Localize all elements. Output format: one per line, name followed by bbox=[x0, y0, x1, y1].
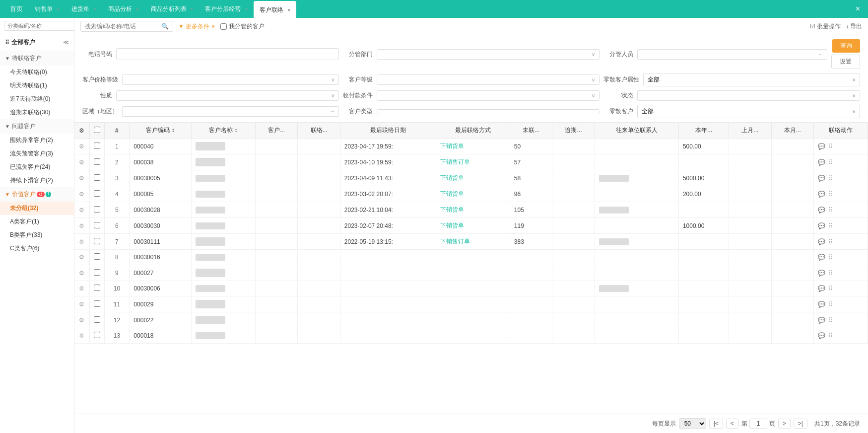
comment-icon[interactable]: 💬 bbox=[818, 222, 825, 229]
grid-action-icon[interactable]: ⠿ bbox=[828, 301, 833, 308]
row-checkbox-cell[interactable] bbox=[89, 202, 104, 218]
sidebar-section-value[interactable]: ▼ 价值客户 ↺ ! bbox=[0, 187, 74, 202]
row-checkbox[interactable] bbox=[94, 238, 100, 244]
more-icon[interactable]: ··· bbox=[331, 109, 334, 114]
row-settings[interactable]: ⚙ bbox=[74, 296, 89, 312]
sidebar-section-pending[interactable]: ▼ 待联络客户 bbox=[0, 51, 74, 66]
sidebar-search-input[interactable] bbox=[4, 21, 74, 31]
contact-method-link[interactable]: 下销售订单 bbox=[440, 238, 470, 245]
more-conditions-button[interactable]: ▼ 更多条件 ∧ bbox=[178, 22, 215, 31]
contact-method-link[interactable]: 下销货单 bbox=[440, 190, 464, 197]
row-checkbox[interactable] bbox=[94, 222, 100, 228]
grid-action-icon[interactable]: ⠿ bbox=[828, 159, 833, 166]
row-checkbox-cell[interactable] bbox=[89, 328, 104, 344]
row-checkbox-cell[interactable] bbox=[89, 170, 104, 186]
grid-action-icon[interactable]: ⠿ bbox=[828, 222, 833, 229]
first-page-button[interactable]: |< bbox=[709, 419, 723, 429]
sidebar-item-hoarding-abnormal[interactable]: 囤购异常客户(2) bbox=[0, 134, 74, 147]
chevron-left-icon[interactable]: ≪ bbox=[63, 39, 69, 46]
row-checkbox-cell[interactable] bbox=[89, 312, 104, 328]
dept-select[interactable]: ∨ bbox=[377, 49, 600, 60]
nav-tab-customer-contact[interactable]: 客户联络 × bbox=[254, 1, 296, 19]
grid-action-icon[interactable]: ⠿ bbox=[828, 175, 833, 182]
sidebar-item-ungrouped[interactable]: 未分组(32) bbox=[0, 202, 74, 215]
row-checkbox[interactable] bbox=[94, 285, 100, 291]
close-icon[interactable]: × bbox=[191, 6, 194, 12]
nav-tab-product-analysis[interactable]: 商品分析 × bbox=[102, 0, 145, 18]
comment-icon[interactable]: 💬 bbox=[818, 143, 825, 150]
row-checkbox-cell[interactable] bbox=[89, 265, 104, 281]
row-checkbox-cell[interactable] bbox=[89, 186, 104, 202]
nav-tab-product-analysis-list[interactable]: 商品分析列表 × bbox=[145, 0, 200, 18]
more-icon[interactable]: ··· bbox=[819, 52, 823, 57]
row-checkbox-cell[interactable] bbox=[89, 139, 104, 154]
row-settings[interactable]: ⚙ bbox=[74, 218, 89, 234]
sidebar-item-churn-warning[interactable]: 流失预警客户(3) bbox=[0, 147, 74, 160]
grid-action-icon[interactable]: ⠿ bbox=[828, 238, 833, 245]
select-all-checkbox[interactable] bbox=[94, 127, 100, 133]
row-checkbox[interactable] bbox=[94, 253, 100, 260]
sidebar-item-churned[interactable]: 已流失客户(24) bbox=[0, 160, 74, 174]
customer-type-select[interactable] bbox=[377, 109, 600, 114]
row-settings[interactable]: ⚙ bbox=[74, 186, 89, 202]
comment-icon[interactable]: 💬 bbox=[818, 317, 825, 324]
next-page-button[interactable]: > bbox=[778, 419, 791, 429]
batch-op-button[interactable]: ☑ 批量操作 bbox=[810, 22, 841, 31]
col-settings-header[interactable]: ⚙ bbox=[74, 123, 89, 139]
row-settings[interactable]: ⚙ bbox=[74, 281, 89, 296]
col-code-header[interactable]: 客户编码 ↕ bbox=[130, 123, 192, 139]
row-settings[interactable]: ⚙ bbox=[74, 139, 89, 154]
row-checkbox-cell[interactable] bbox=[89, 281, 104, 296]
row-settings[interactable]: ⚙ bbox=[74, 170, 89, 186]
row-checkbox[interactable] bbox=[94, 269, 100, 276]
page-size-select[interactable]: 50 20 100 bbox=[679, 418, 706, 429]
export-button[interactable]: ↓ 导出 bbox=[846, 22, 862, 31]
comment-icon[interactable]: 💬 bbox=[818, 207, 825, 214]
row-checkbox-cell[interactable] bbox=[89, 234, 104, 250]
row-settings[interactable]: ⚙ bbox=[74, 202, 89, 218]
reset-button[interactable]: 设置 bbox=[831, 55, 860, 69]
row-checkbox[interactable] bbox=[94, 316, 100, 323]
close-icon[interactable]: × bbox=[287, 7, 290, 13]
close-icon[interactable]: × bbox=[57, 6, 60, 12]
row-settings[interactable]: ⚙ bbox=[74, 265, 89, 281]
page-number-input[interactable] bbox=[749, 419, 767, 429]
contact-method-link[interactable]: 下销货单 bbox=[440, 174, 464, 181]
row-checkbox[interactable] bbox=[94, 190, 100, 197]
nav-tab-customer-layering[interactable]: 客户分层经营 × bbox=[199, 0, 254, 18]
prev-page-button[interactable]: < bbox=[726, 419, 738, 429]
search-icon[interactable]: 🔍 bbox=[161, 23, 169, 30]
status-select[interactable]: ∨ bbox=[637, 90, 860, 101]
nav-tab-salesorder[interactable]: 销售单 × bbox=[29, 0, 66, 18]
row-settings[interactable]: ⚙ bbox=[74, 250, 89, 265]
retail-attr-select[interactable]: 全部 ∨ bbox=[643, 73, 860, 86]
row-checkbox[interactable] bbox=[94, 206, 100, 213]
price-grade-select[interactable]: ∨ bbox=[122, 74, 339, 85]
close-icon[interactable]: × bbox=[245, 6, 248, 12]
sidebar-item-overdue-pending[interactable]: 逾期未联络(30) bbox=[0, 106, 74, 119]
row-checkbox-cell[interactable] bbox=[89, 218, 104, 234]
customer-grade-select[interactable]: ∨ bbox=[377, 74, 600, 85]
row-checkbox[interactable] bbox=[94, 158, 100, 165]
grid-action-icon[interactable]: ⠿ bbox=[828, 270, 833, 277]
sidebar-all-customers[interactable]: ⠿ 全部客户 ≪ bbox=[0, 34, 74, 51]
row-settings[interactable]: ⚙ bbox=[74, 328, 89, 344]
area-select[interactable]: ··· bbox=[122, 106, 339, 117]
payment-select[interactable]: ∨ bbox=[377, 90, 600, 101]
last-page-button[interactable]: >| bbox=[794, 419, 807, 429]
row-checkbox[interactable] bbox=[94, 174, 100, 181]
contact-method-link[interactable]: 下销货单 bbox=[440, 143, 464, 149]
comment-icon[interactable]: 💬 bbox=[818, 159, 825, 166]
row-checkbox[interactable] bbox=[94, 300, 100, 307]
nav-home[interactable]: 首页 bbox=[4, 0, 29, 18]
grid-action-icon[interactable]: ⠿ bbox=[828, 317, 833, 324]
close-icon[interactable]: × bbox=[136, 6, 139, 12]
comment-icon[interactable]: 💬 bbox=[818, 254, 825, 261]
grid-action-icon[interactable]: ⠿ bbox=[828, 285, 833, 292]
sidebar-item-grade-a[interactable]: A类客户(1) bbox=[0, 215, 74, 228]
row-settings[interactable]: ⚙ bbox=[74, 312, 89, 328]
grid-action-icon[interactable]: ⠿ bbox=[828, 191, 833, 198]
sidebar-item-grade-b[interactable]: B类客户(33) bbox=[0, 228, 74, 242]
grid-action-icon[interactable]: ⠿ bbox=[828, 254, 833, 261]
contact-method-link[interactable]: 下销货单 bbox=[440, 222, 464, 229]
